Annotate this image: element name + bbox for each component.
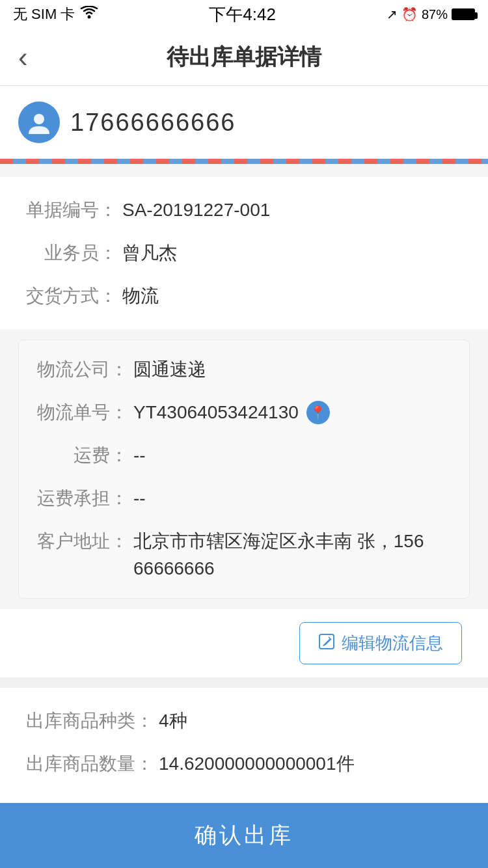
status-time: 下午4:42 <box>209 3 276 26</box>
freight-bearer-row: 运费承担： -- <box>37 485 451 512</box>
goods-quantity-row: 出库商品数量： 14.620000000000001件 <box>26 750 462 778</box>
freight-value: -- <box>133 442 451 469</box>
customer-section: 17666666666 <box>0 86 488 159</box>
order-info-section: 单据编号： SA-20191227-001 业务员： 曾凡杰 交货方式： 物流 <box>0 177 488 329</box>
doc-number-row: 单据编号： SA-20191227-001 <box>26 197 462 224</box>
content-area: 单据编号： SA-20191227-001 业务员： 曾凡杰 交货方式： 物流 … <box>0 164 488 868</box>
avatar <box>18 102 60 143</box>
confirm-button[interactable]: 确认出库 <box>0 803 488 868</box>
customer-phone: 17666666666 <box>70 109 236 137</box>
nav-bar: ‹ 待出库单据详情 <box>0 29 488 86</box>
logistics-card: 物流公司： 圆通速递 物流单号： YT43064053424130 运费： --… <box>18 340 470 599</box>
salesperson-label: 业务员： <box>26 239 117 267</box>
freight-row: 运费： -- <box>37 442 451 469</box>
alarm-icon: ⏰ <box>401 7 418 22</box>
edit-logistics-button[interactable]: 编辑物流信息 <box>299 622 462 664</box>
edit-logistics-label: 编辑物流信息 <box>342 632 443 655</box>
freight-label: 运费： <box>37 442 128 469</box>
goods-type-value: 4种 <box>159 707 462 735</box>
salesperson-value: 曾凡杰 <box>122 239 462 267</box>
address-row: 客户地址： 北京市市辖区海淀区永丰南 张，156 66666666 <box>37 528 451 582</box>
tracking-label: 物流单号： <box>37 399 128 426</box>
confirm-button-label: 确认出库 <box>195 821 293 850</box>
status-bar: 无 SIM 卡 下午4:42 ↗ ⏰ 87% <box>0 0 488 29</box>
goods-quantity-value: 14.620000000000001件 <box>159 750 462 778</box>
freight-bearer-label: 运费承担： <box>37 485 128 512</box>
logistics-company-row: 物流公司： 圆通速递 <box>37 356 451 383</box>
edit-logistics-container: 编辑物流信息 <box>0 609 488 677</box>
battery-icon <box>452 8 475 20</box>
salesperson-row: 业务员： 曾凡杰 <box>26 239 462 267</box>
address-label: 客户地址： <box>37 528 128 555</box>
decorative-divider <box>0 159 488 164</box>
section-separator <box>0 677 488 688</box>
doc-number-label: 单据编号： <box>26 197 117 224</box>
goods-section: 出库商品种类： 4种 出库商品数量： 14.620000000000001件 <box>0 688 488 797</box>
address-value: 北京市市辖区海淀区永丰南 张，156 66666666 <box>133 528 451 582</box>
doc-number-value: SA-20191227-001 <box>122 197 462 224</box>
back-button[interactable]: ‹ <box>18 41 28 74</box>
tracking-location-icon[interactable] <box>306 401 330 424</box>
status-left: 无 SIM 卡 <box>13 5 98 24</box>
carrier-text: 无 SIM 卡 <box>13 5 75 24</box>
status-right: ↗ ⏰ 87% <box>386 7 475 22</box>
delivery-method-row: 交货方式： 物流 <box>26 282 462 310</box>
freight-bearer-value: -- <box>133 485 451 512</box>
battery-text: 87% <box>422 7 448 22</box>
page-title: 待出库单据详情 <box>167 42 321 72</box>
logistics-company-value: 圆通速递 <box>133 356 451 383</box>
svg-point-1 <box>34 114 44 124</box>
delivery-method-label: 交货方式： <box>26 282 117 310</box>
edit-icon <box>318 633 335 654</box>
tracking-value: YT43064053424130 <box>133 399 299 426</box>
location-icon: ↗ <box>386 7 398 22</box>
svg-point-0 <box>88 16 91 19</box>
tracking-row: 物流单号： YT43064053424130 <box>37 399 451 426</box>
tracking-value-container: YT43064053424130 <box>133 399 451 426</box>
goods-type-label: 出库商品种类： <box>26 707 154 735</box>
delivery-method-value: 物流 <box>122 282 462 310</box>
wifi-icon <box>80 6 98 23</box>
goods-type-row: 出库商品种类： 4种 <box>26 707 462 735</box>
goods-quantity-label: 出库商品数量： <box>26 750 154 778</box>
logistics-company-label: 物流公司： <box>37 356 128 383</box>
